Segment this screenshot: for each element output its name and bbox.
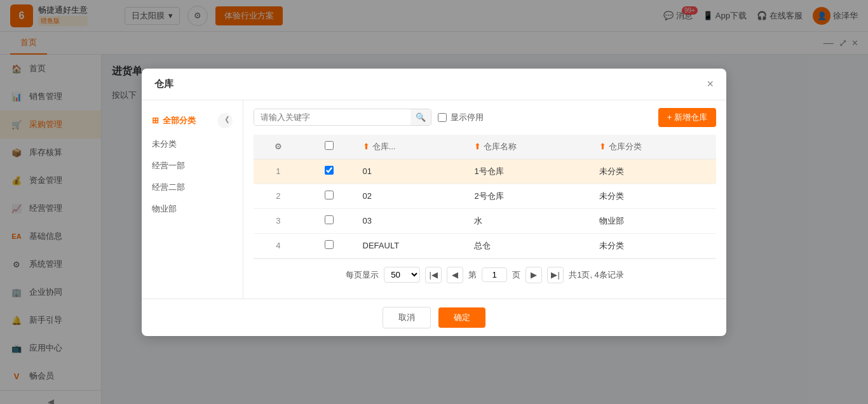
- row-checkbox-cell: [303, 233, 355, 258]
- dialog-sidebar-header: ⊞ 全部分类 《: [142, 108, 243, 133]
- warehouse-table: ⚙ ⬆仓库... ⬆仓库名称 ⬆仓库分类 1 01: [254, 135, 716, 259]
- table-row[interactable]: 4 DEFAULT 总仓 未分类: [254, 233, 716, 258]
- page-first-button[interactable]: |◀: [425, 267, 442, 283]
- row-code: 02: [355, 184, 467, 208]
- dialog-sidebar-item-dept1[interactable]: 经营一部: [142, 155, 243, 177]
- row-category: 未分类: [592, 184, 716, 208]
- page-prev-button[interactable]: ◀: [447, 267, 463, 283]
- per-page-label: 每页显示: [346, 269, 379, 281]
- table-row[interactable]: 3 03 水 物业部: [254, 208, 716, 233]
- row-checkbox-cell: [303, 159, 355, 184]
- show-disabled-label: 显示停用: [451, 112, 484, 123]
- row-code: 01: [355, 159, 467, 184]
- dialog-close-button[interactable]: ×: [707, 77, 714, 91]
- page-label: 第: [468, 269, 477, 281]
- per-page-select[interactable]: 50 100 200: [384, 267, 420, 283]
- search-input-wrap: 🔍: [254, 109, 431, 126]
- page-unit: 页: [512, 269, 520, 281]
- table-header-row: ⚙ ⬆仓库... ⬆仓库名称 ⬆仓库分类: [254, 135, 716, 159]
- sidebar-collapse-icon[interactable]: 《: [217, 113, 233, 128]
- table-row[interactable]: 2 02 2号仓库 未分类: [254, 184, 716, 208]
- dialog-body: ⊞ 全部分类 《 未分类 经营一部 经营二部 物业部: [142, 100, 726, 299]
- page-total-info: 共1页, 4条记录: [569, 269, 624, 281]
- row-checkbox[interactable]: [325, 166, 334, 175]
- row-category: 物业部: [592, 208, 716, 233]
- sort-icon-category: ⬆: [599, 142, 606, 151]
- col-code: ⬆仓库...: [355, 135, 467, 159]
- col-settings: ⚙: [254, 135, 303, 159]
- dialog-footer: 取消 确定: [142, 299, 726, 336]
- show-disabled-wrap: 显示停用: [438, 112, 484, 123]
- row-num: 4: [254, 233, 303, 258]
- pagination: 每页显示 50 100 200 |◀ ◀ 第 页 ▶ ▶| 共1页, 4条记录: [254, 259, 716, 291]
- dialog-title: 仓库: [154, 78, 173, 90]
- row-name: 2号仓库: [466, 184, 591, 208]
- search-button[interactable]: 🔍: [410, 109, 431, 125]
- grid-icon: ⊞: [152, 116, 159, 125]
- row-category: 未分类: [592, 159, 716, 184]
- page-next-button[interactable]: ▶: [526, 267, 542, 283]
- row-name: 1号仓库: [466, 159, 591, 184]
- row-num: 2: [254, 184, 303, 208]
- row-category: 未分类: [592, 233, 716, 258]
- dialog-sidebar-item-dept2[interactable]: 经营二部: [142, 177, 243, 198]
- dialog-sidebar-item-unclassified[interactable]: 未分类: [142, 133, 243, 155]
- warehouse-dialog: 仓库 × ⊞ 全部分类 《 未分类 经营一部 经营二部: [142, 69, 726, 336]
- row-checkbox-cell: [303, 208, 355, 233]
- dialog-header: 仓库 ×: [142, 69, 726, 100]
- dialog-sidebar: ⊞ 全部分类 《 未分类 经营一部 经营二部 物业部: [142, 100, 243, 299]
- page-last-button[interactable]: ▶|: [547, 267, 564, 283]
- row-checkbox-cell: [303, 184, 355, 208]
- row-code: DEFAULT: [355, 233, 467, 258]
- row-checkbox[interactable]: [325, 215, 334, 224]
- dialog-main: 🔍 显示停用 + 新增仓库 ⚙: [243, 100, 726, 299]
- col-checkbox: [303, 135, 355, 159]
- search-input[interactable]: [254, 109, 410, 125]
- sort-icon-name: ⬆: [474, 142, 481, 151]
- row-name: 总仓: [466, 233, 591, 258]
- col-name: ⬆仓库名称: [466, 135, 591, 159]
- table-row[interactable]: 1 01 1号仓库 未分类: [254, 159, 716, 184]
- sort-icon-code: ⬆: [363, 142, 370, 151]
- dialog-toolbar: 🔍 显示停用 + 新增仓库: [254, 108, 716, 127]
- confirm-button[interactable]: 确定: [438, 307, 485, 328]
- row-code: 03: [355, 208, 467, 233]
- dialog-sidebar-item-property[interactable]: 物业部: [142, 198, 243, 220]
- row-checkbox[interactable]: [325, 240, 334, 249]
- select-all-checkbox[interactable]: [325, 141, 334, 150]
- row-num: 1: [254, 159, 303, 184]
- row-num: 3: [254, 208, 303, 233]
- row-checkbox[interactable]: [325, 191, 334, 199]
- page-input[interactable]: [482, 267, 507, 282]
- dialog-sidebar-title: 全部分类: [163, 115, 196, 126]
- show-disabled-checkbox[interactable]: [438, 113, 447, 122]
- table: ⚙ ⬆仓库... ⬆仓库名称 ⬆仓库分类 1 01: [254, 135, 716, 259]
- cancel-button[interactable]: 取消: [383, 307, 431, 328]
- row-name: 水: [466, 208, 591, 233]
- new-warehouse-button[interactable]: + 新增仓库: [658, 108, 716, 127]
- modal-overlay: 仓库 × ⊞ 全部分类 《 未分类 经营一部 经营二部: [0, 0, 868, 404]
- col-category: ⬆仓库分类: [592, 135, 716, 159]
